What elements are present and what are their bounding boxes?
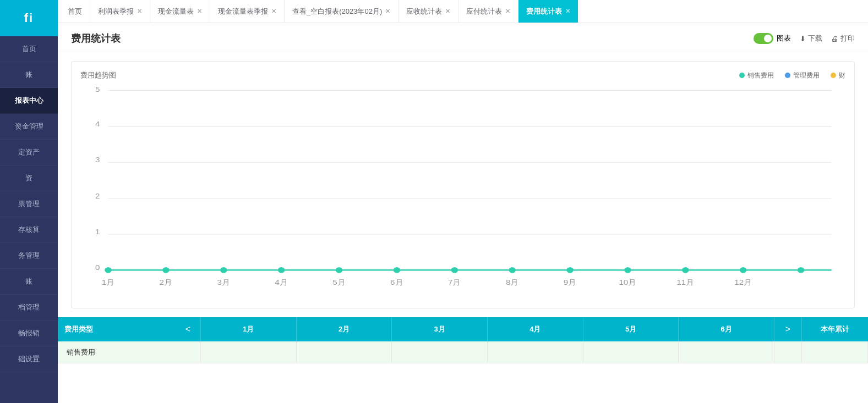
svg-text:12月: 12月 — [734, 278, 752, 286]
svg-point-14 — [220, 267, 227, 273]
chart-area: 0 1 2 3 4 5 — [80, 85, 845, 299]
th-next-wrap: > — [774, 317, 802, 341]
td-m4-sales — [488, 341, 583, 363]
header-actions: 图表 ⬇ 下载 🖨 打印 — [754, 33, 855, 44]
svg-text:2: 2 — [95, 192, 100, 200]
tab-expense-stat[interactable]: 费用统计表 ✕ — [518, 0, 578, 23]
svg-text:6月: 6月 — [390, 278, 403, 286]
legend-dot-mgmt — [785, 73, 790, 78]
tab-payable[interactable]: 应付统计表 ✕ — [458, 0, 518, 23]
sidebar-item-archive-mgmt[interactable]: 档管理 — [0, 295, 58, 321]
tab-cashflow-quarterly[interactable]: 现金流量表季报 ✕ — [210, 0, 285, 23]
th-type-label: 费用类型 — [64, 324, 93, 334]
sidebar-item-fixed-assets[interactable]: 定资产 — [0, 140, 58, 165]
tab-profit-quarterly[interactable]: 利润表季报 ✕ — [90, 0, 150, 23]
svg-text:9月: 9月 — [564, 278, 577, 286]
print-button[interactable]: 🖨 打印 — [831, 34, 855, 43]
svg-point-15 — [278, 267, 285, 273]
tab-close-expense-stat[interactable]: ✕ — [565, 8, 570, 15]
table-section: 费用类型 < 1月 2月 3月 4月 5月 6月 > 本年累计 销售费用 — [58, 317, 868, 363]
sidebar-item-account[interactable]: 账 — [0, 62, 58, 88]
svg-point-24 — [798, 267, 805, 273]
sidebar-item-investment[interactable]: 资 — [0, 165, 58, 191]
page-header: 费用统计表 图表 ⬇ 下载 🖨 打印 — [58, 23, 868, 52]
chart-toggle-label: 图表 — [777, 34, 791, 43]
td-total-sales — [802, 341, 868, 363]
table-body: 销售费用 — [58, 341, 868, 363]
legend-label-mgmt: 管理费用 — [793, 71, 820, 80]
tab-cashflow[interactable]: 现金流量表 ✕ — [150, 0, 210, 23]
td-spacer-sales — [774, 341, 802, 363]
th-month-3: 3月 — [392, 317, 488, 341]
chart-title: 费用趋势图 — [80, 70, 116, 80]
svg-point-23 — [740, 267, 747, 273]
th-total: 本年累计 — [802, 317, 868, 341]
page-content: 费用统计表 图表 ⬇ 下载 🖨 打印 费用趋势图 — [58, 23, 868, 403]
page-title: 费用统计表 — [71, 32, 121, 45]
th-type: 费用类型 < — [58, 317, 201, 341]
svg-point-21 — [624, 267, 631, 273]
tab-home[interactable]: 首页 — [60, 0, 90, 23]
tab-blank-report[interactable]: 查看_空白报表(2023年02月) ✕ — [285, 0, 398, 23]
sidebar-item-fund-mgmt[interactable]: 资金管理 — [0, 114, 58, 140]
sidebar-item-inventory[interactable]: 存核算 — [0, 217, 58, 243]
tab-close-payable[interactable]: ✕ — [505, 8, 510, 15]
svg-point-17 — [394, 267, 401, 273]
sidebar-item-report-center[interactable]: 报表中心 — [0, 88, 58, 114]
th-month-4: 4月 — [488, 317, 583, 341]
sidebar-item-home[interactable]: 首页 — [0, 36, 58, 62]
svg-point-19 — [509, 267, 516, 273]
svg-point-18 — [451, 267, 458, 273]
th-month-2: 2月 — [297, 317, 392, 341]
svg-point-22 — [682, 267, 689, 273]
svg-text:4: 4 — [95, 120, 100, 128]
sidebar-item-sub-account[interactable]: 账 — [0, 269, 58, 295]
svg-text:10月: 10月 — [619, 278, 636, 286]
legend-dot-sales — [739, 73, 745, 78]
svg-point-12 — [105, 267, 112, 273]
print-label: 打印 — [840, 34, 855, 43]
svg-text:3月: 3月 — [217, 278, 230, 286]
svg-text:2月: 2月 — [160, 278, 173, 286]
legend-mgmt: 管理费用 — [785, 71, 820, 80]
download-label: 下载 — [808, 34, 822, 43]
svg-text:1: 1 — [95, 228, 100, 235]
svg-text:1月: 1月 — [102, 278, 115, 286]
sidebar-item-base-settings[interactable]: 础设置 — [0, 346, 58, 372]
legend-label-sales: 销售费用 — [747, 71, 774, 80]
sidebar-item-biz-mgmt[interactable]: 务管理 — [0, 243, 58, 269]
chart-toggle[interactable] — [754, 33, 773, 44]
td-m3-sales — [392, 341, 488, 363]
tab-bar: 首页 利润表季报 ✕ 现金流量表 ✕ 现金流量表季报 ✕ 查看_空白报表(202… — [58, 0, 868, 23]
svg-point-16 — [336, 267, 343, 273]
td-m2-sales — [297, 341, 392, 363]
tab-close-cashflow[interactable]: ✕ — [197, 8, 202, 15]
table-prev-btn[interactable]: < — [182, 323, 194, 335]
download-button[interactable]: ⬇ 下载 — [800, 34, 822, 43]
td-m6-sales — [679, 341, 774, 363]
tab-close-profit-quarterly[interactable]: ✕ — [137, 8, 142, 15]
sidebar-item-expense-report[interactable]: 畅报销 — [0, 321, 58, 346]
svg-text:3: 3 — [95, 156, 100, 163]
tab-receivable[interactable]: 应收统计表 ✕ — [398, 0, 458, 23]
table-next-btn[interactable]: > — [782, 323, 794, 335]
tab-close-receivable[interactable]: ✕ — [445, 8, 450, 15]
th-month-5: 5月 — [583, 317, 679, 341]
download-icon: ⬇ — [800, 35, 806, 43]
chart-legend: 销售费用 管理费用 财 — [739, 71, 845, 80]
legend-finance: 财 — [831, 71, 845, 80]
legend-label-finance: 财 — [839, 71, 845, 80]
table-header: 费用类型 < 1月 2月 3月 4月 5月 6月 > 本年累计 — [58, 317, 868, 341]
main-area: 首页 利润表季报 ✕ 现金流量表 ✕ 现金流量表季报 ✕ 查看_空白报表(202… — [58, 0, 868, 403]
sidebar-logo: fi — [0, 0, 58, 36]
svg-point-13 — [162, 267, 170, 273]
tab-close-cashflow-quarterly[interactable]: ✕ — [271, 8, 276, 15]
svg-text:5: 5 — [95, 85, 100, 93]
table-row-sales: 销售费用 — [58, 341, 868, 363]
svg-text:11月: 11月 — [676, 278, 694, 286]
tab-close-blank-report[interactable]: ✕ — [385, 8, 390, 15]
svg-point-20 — [566, 267, 574, 273]
svg-text:0: 0 — [95, 264, 100, 272]
sidebar-item-ticket-mgmt[interactable]: 票管理 — [0, 191, 58, 217]
chart-section: 费用趋势图 销售费用 管理费用 财 — [71, 61, 855, 308]
